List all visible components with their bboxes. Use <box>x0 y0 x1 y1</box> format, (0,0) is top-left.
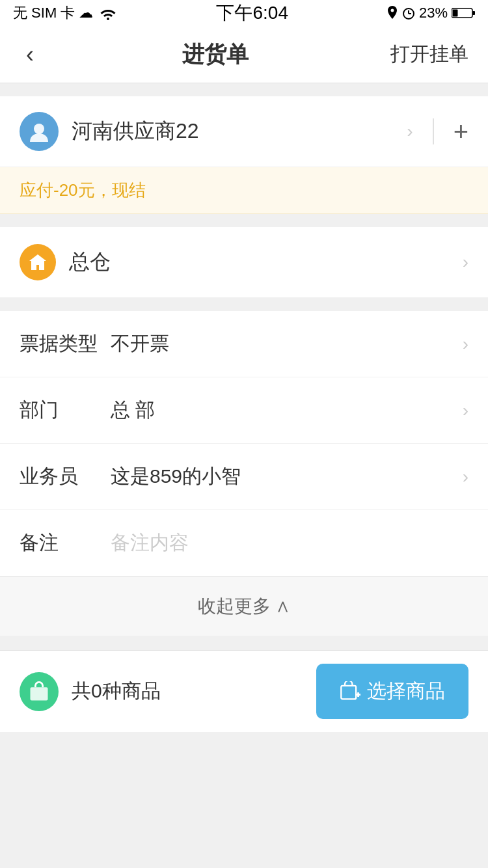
select-product-icon <box>340 681 360 702</box>
salesperson-chevron-icon: › <box>463 467 468 487</box>
nav-bar: ‹ 进货单 打开挂单 <box>0 26 488 83</box>
svg-rect-4 <box>472 11 475 15</box>
product-icon <box>20 672 59 711</box>
product-count-label: 共0种商品 <box>72 678 316 705</box>
section-separator-4 <box>0 636 488 649</box>
no-sim-label: 无 SIM 卡 ☁ <box>13 3 93 23</box>
notice-text: 应付-20元，现结 <box>20 180 146 200</box>
bottom-bar: 共0种商品 选择商品 <box>0 650 488 732</box>
status-right: 23% <box>386 5 475 21</box>
alarm-icon <box>402 6 415 20</box>
page-background <box>0 732 488 868</box>
person-icon <box>27 120 51 143</box>
battery-label: 23% <box>419 5 448 21</box>
svg-rect-7 <box>31 687 48 700</box>
salesperson-row[interactable]: 业务员 这是859的小智 › <box>0 444 488 510</box>
supplier-row[interactable]: 河南供应商22 › + <box>0 96 488 167</box>
wifi-icon <box>98 6 118 20</box>
open-pending-button[interactable]: 打开挂单 <box>390 41 468 68</box>
svg-rect-8 <box>341 685 356 699</box>
salesperson-label: 业务员 <box>20 463 111 490</box>
department-row[interactable]: 部门 总 部 › <box>0 377 488 444</box>
select-product-label: 选择商品 <box>367 678 445 705</box>
department-label: 部门 <box>20 397 111 424</box>
svg-rect-5 <box>453 10 458 17</box>
section-separator-2 <box>0 214 488 227</box>
remark-label: 备注 <box>20 530 111 556</box>
form-section: 票据类型 不开票 › 部门 总 部 › 业务员 这是859的小智 › 备注 备注… <box>0 311 488 576</box>
status-left: 无 SIM 卡 ☁ <box>13 3 118 23</box>
back-button[interactable]: ‹ <box>20 34 40 75</box>
department-value: 总 部 <box>111 397 463 424</box>
warehouse-chevron-icon: › <box>463 252 468 273</box>
ticket-type-label: 票据类型 <box>20 331 111 357</box>
ticket-type-chevron-icon: › <box>463 334 468 355</box>
remark-row[interactable]: 备注 备注内容 <box>0 510 488 576</box>
warehouse-section: 总仓 › <box>0 227 488 298</box>
supplier-avatar <box>20 112 59 151</box>
warehouse-row[interactable]: 总仓 › <box>0 227 488 298</box>
house-icon <box>27 252 48 273</box>
ticket-type-value: 不开票 <box>111 331 463 357</box>
battery-icon <box>452 7 475 19</box>
supplier-chevron-icon: › <box>407 121 413 142</box>
warehouse-icon <box>20 244 56 280</box>
section-separator-3 <box>0 298 488 311</box>
department-chevron-icon: › <box>463 400 468 421</box>
section-separator-1 <box>0 83 488 96</box>
supplier-name: 河南供应商22 <box>72 117 407 146</box>
supplier-section: 河南供应商22 › + 应付-20元，现结 <box>0 96 488 214</box>
warehouse-name: 总仓 <box>69 248 463 277</box>
salesperson-value: 这是859的小智 <box>111 463 463 490</box>
collapse-label: 收起更多 ∧ <box>198 596 291 616</box>
cart-icon <box>27 680 51 703</box>
notice-bar: 应付-20元，现结 <box>0 167 488 214</box>
add-supplier-button[interactable]: + <box>454 117 468 146</box>
supplier-divider <box>433 118 434 144</box>
collapse-button[interactable]: 收起更多 ∧ <box>0 576 488 636</box>
ticket-type-row[interactable]: 票据类型 不开票 › <box>0 311 488 377</box>
page-title: 进货单 <box>182 40 249 70</box>
location-icon <box>386 6 398 20</box>
status-bar: 无 SIM 卡 ☁ 下午6:04 23% <box>0 0 488 26</box>
status-time: 下午6:04 <box>216 1 288 25</box>
svg-point-6 <box>34 124 44 134</box>
remark-placeholder: 备注内容 <box>111 530 468 556</box>
select-product-button[interactable]: 选择商品 <box>316 664 468 719</box>
